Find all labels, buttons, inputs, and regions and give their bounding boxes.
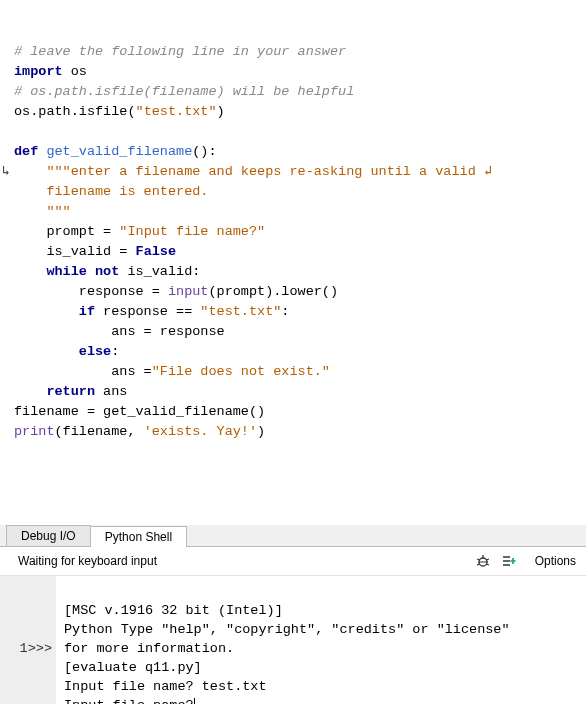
code-text: (prompt).lower() xyxy=(208,284,338,299)
console-line: Python Type "help", "copyright", "credit… xyxy=(64,622,510,637)
code-string: "Input file name?" xyxy=(119,224,265,239)
list-add-icon[interactable] xyxy=(501,553,517,569)
console-line: Input file name? test.txt xyxy=(64,679,267,694)
code-keyword: def xyxy=(14,144,38,159)
code-keyword: return xyxy=(14,384,95,399)
code-text: : xyxy=(281,304,289,319)
code-text: response == xyxy=(95,304,200,319)
console-status-bar: Waiting for keyboard input Options xyxy=(0,547,586,576)
code-text: ans xyxy=(95,384,127,399)
code-keyword: if xyxy=(14,304,95,319)
code-text: : xyxy=(111,344,119,359)
code-text: response = xyxy=(14,284,168,299)
code-string: 'exists. Yay!' xyxy=(144,424,257,439)
code-builtin: input xyxy=(168,284,209,299)
console-input-line[interactable]: Input file name? xyxy=(64,698,194,704)
code-funcname: get_valid_filename xyxy=(38,144,192,159)
console-body[interactable]: 1>>> [MSC v.1916 32 bit (Intel)] Python … xyxy=(0,576,586,704)
console-line: [MSC v.1916 32 bit (Intel)] xyxy=(64,603,283,618)
code-keyword: not xyxy=(87,264,119,279)
code-text: ans = xyxy=(14,364,152,379)
tab-python-shell[interactable]: Python Shell xyxy=(90,526,187,547)
code-comment: # leave the following line in your answe… xyxy=(14,44,346,59)
code-string: "test.txt" xyxy=(136,104,217,119)
code-text: ans = response xyxy=(14,324,225,339)
code-text: ) xyxy=(217,104,225,119)
code-module: os xyxy=(63,64,87,79)
console-line: [evaluate q11.py] xyxy=(64,660,202,675)
console-gutter: 1>>> xyxy=(0,576,56,704)
code-text: os.path.isfile( xyxy=(14,104,136,119)
code-keyword: else xyxy=(14,344,111,359)
status-text: Waiting for keyboard input xyxy=(18,554,157,568)
console-line: for more information. xyxy=(64,641,234,656)
code-text: ) xyxy=(257,424,265,439)
console-output[interactable]: [MSC v.1916 32 bit (Intel)] Python Type … xyxy=(56,576,510,704)
console-prompt: 1>>> xyxy=(2,639,52,658)
code-keyword: import xyxy=(14,64,63,79)
bug-icon[interactable] xyxy=(475,553,491,569)
options-link[interactable]: Options xyxy=(535,554,576,568)
code-builtin: print xyxy=(14,424,55,439)
console-tabbar: Debug I/O Python Shell xyxy=(0,525,586,547)
code-text: is_valid = xyxy=(14,244,136,259)
code-text: (): xyxy=(192,144,216,159)
wrap-indicator-icon: ↳ xyxy=(2,162,10,182)
text-cursor xyxy=(194,698,195,704)
code-docstring: """ xyxy=(14,204,71,219)
code-text: is_valid: xyxy=(119,264,200,279)
code-comment: # os.path.isfile(filename) will be helpf… xyxy=(14,84,354,99)
code-string: "test.txt" xyxy=(200,304,281,319)
tab-debug-io[interactable]: Debug I/O xyxy=(6,525,91,546)
code-docstring: filename is entered. xyxy=(14,184,208,199)
code-editor[interactable]: ↳ # leave the following line in your ans… xyxy=(0,0,586,525)
code-text: prompt = xyxy=(14,224,119,239)
code-string: "File does not exist." xyxy=(152,364,330,379)
code-text: (filename, xyxy=(55,424,144,439)
code-keyword: False xyxy=(136,244,177,259)
code-text: filename = get_valid_filename() xyxy=(14,404,265,419)
code-keyword: while xyxy=(14,264,87,279)
code-docstring: """enter a filename and keeps re-asking … xyxy=(14,164,492,179)
